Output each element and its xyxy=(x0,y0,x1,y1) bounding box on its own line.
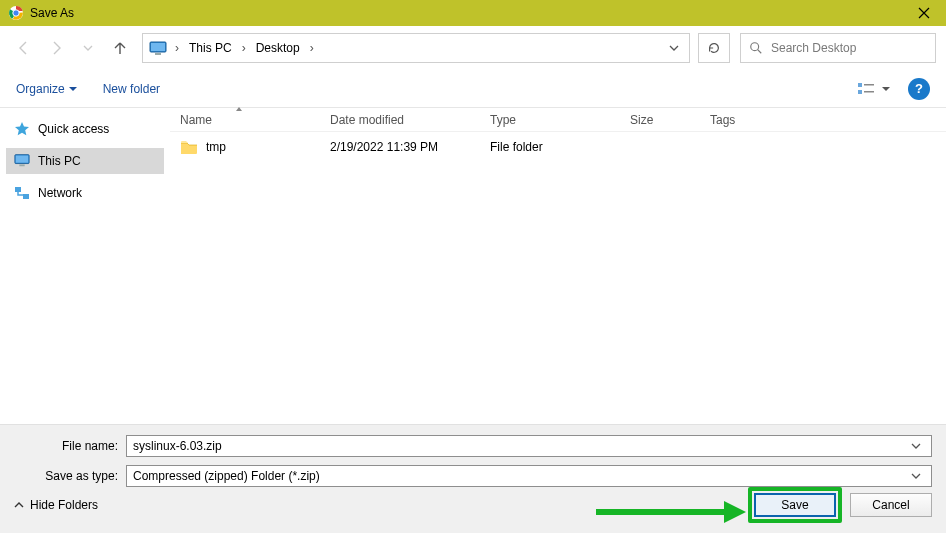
file-name-label: File name: xyxy=(14,439,126,453)
svg-rect-9 xyxy=(864,84,874,86)
file-type: File folder xyxy=(480,140,620,154)
organize-menu[interactable]: Organize xyxy=(16,82,77,96)
search-icon xyxy=(749,41,763,55)
recent-dropdown[interactable] xyxy=(74,34,102,62)
forward-button[interactable] xyxy=(42,34,70,62)
svg-point-6 xyxy=(751,42,759,50)
up-button[interactable] xyxy=(106,34,134,62)
breadcrumb-desktop[interactable]: Desktop xyxy=(254,41,302,55)
refresh-button[interactable] xyxy=(698,33,730,63)
sidebar-item-label: Quick access xyxy=(38,122,109,136)
svg-rect-8 xyxy=(858,90,862,94)
column-name[interactable]: Name xyxy=(180,113,212,127)
sort-asc-icon xyxy=(235,106,243,114)
view-options-button[interactable] xyxy=(854,80,894,98)
address-bar[interactable]: › This PC › Desktop › xyxy=(142,33,690,63)
sidebar-item-this-pc[interactable]: This PC xyxy=(6,148,164,174)
save-panel: File name: Save as type: Hide Folders Sa… xyxy=(0,424,946,533)
star-icon xyxy=(14,121,30,137)
svg-rect-12 xyxy=(16,156,28,163)
this-pc-icon xyxy=(149,41,167,55)
toolbar: Organize New folder ? xyxy=(0,70,946,108)
column-tags[interactable]: Tags xyxy=(700,113,780,127)
sidebar-item-network[interactable]: Network xyxy=(6,180,164,206)
search-box[interactable] xyxy=(740,33,936,63)
chevron-right-icon[interactable]: › xyxy=(173,41,181,55)
column-size[interactable]: Size xyxy=(620,113,700,127)
svg-rect-5 xyxy=(155,53,161,55)
save-button[interactable]: Save xyxy=(754,493,836,517)
navigation-pane: Quick access This PC Network xyxy=(0,108,170,424)
file-row[interactable]: tmp 2/19/2022 11:39 PM File folder xyxy=(170,132,946,162)
search-input[interactable] xyxy=(769,40,927,56)
title-bar: Save As xyxy=(0,0,946,26)
hide-folders-toggle[interactable]: Hide Folders xyxy=(14,498,98,512)
svg-rect-14 xyxy=(15,187,21,192)
network-icon xyxy=(14,185,30,201)
svg-rect-13 xyxy=(19,164,24,166)
save-type-dropdown[interactable] xyxy=(911,471,931,481)
close-button[interactable] xyxy=(901,0,946,26)
save-button-highlight: Save xyxy=(748,487,842,523)
column-date[interactable]: Date modified xyxy=(320,113,480,127)
svg-rect-4 xyxy=(151,43,165,51)
window-title: Save As xyxy=(30,6,74,20)
cancel-button[interactable]: Cancel xyxy=(850,493,932,517)
column-headers[interactable]: Name Date modified Type Size Tags xyxy=(170,108,946,132)
back-button[interactable] xyxy=(10,34,38,62)
save-type-field[interactable] xyxy=(126,465,932,487)
this-pc-icon xyxy=(14,153,30,169)
new-folder-button[interactable]: New folder xyxy=(103,82,160,96)
folder-icon xyxy=(180,140,198,154)
sidebar-item-label: Network xyxy=(38,186,82,200)
svg-rect-10 xyxy=(864,91,874,93)
file-name-input[interactable] xyxy=(127,439,911,453)
file-name-dropdown[interactable] xyxy=(911,441,931,451)
save-type-input[interactable] xyxy=(127,469,911,483)
app-icon xyxy=(8,5,24,21)
chevron-up-icon xyxy=(14,500,24,510)
main-area: Quick access This PC Network Name Date m… xyxy=(0,108,946,424)
file-list: Name Date modified Type Size Tags tmp 2/… xyxy=(170,108,946,424)
file-date: 2/19/2022 11:39 PM xyxy=(320,140,480,154)
chevron-right-icon[interactable]: › xyxy=(308,41,316,55)
file-name-field[interactable] xyxy=(126,435,932,457)
help-button[interactable]: ? xyxy=(908,78,930,100)
chevron-right-icon[interactable]: › xyxy=(240,41,248,55)
file-name: tmp xyxy=(206,140,226,154)
sidebar-item-quick-access[interactable]: Quick access xyxy=(6,116,164,142)
sidebar-item-label: This PC xyxy=(38,154,81,168)
address-dropdown[interactable] xyxy=(665,43,683,53)
svg-rect-7 xyxy=(858,83,862,87)
column-type[interactable]: Type xyxy=(480,113,620,127)
breadcrumb-this-pc[interactable]: This PC xyxy=(187,41,234,55)
save-type-label: Save as type: xyxy=(14,469,126,483)
nav-bar: › This PC › Desktop › xyxy=(0,26,946,70)
